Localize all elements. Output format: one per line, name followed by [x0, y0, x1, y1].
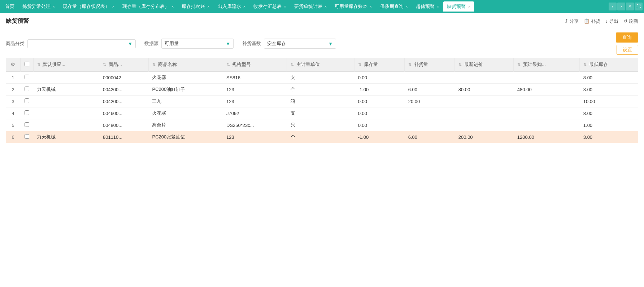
sort-code-icon: ⇅: [103, 62, 106, 67]
th-latest-price[interactable]: ⇅ 最新进价: [455, 58, 514, 72]
tab-close-超储[interactable]: ×: [437, 4, 439, 9]
tab-close-现存量状况[interactable]: ×: [112, 4, 114, 9]
th-stock[interactable]: ⇅ 库存量: [354, 58, 405, 72]
row-unit: 个: [287, 131, 354, 143]
tab-close-库存批次[interactable]: ×: [207, 4, 209, 9]
sort-replenish-icon: ⇅: [408, 62, 412, 67]
tab-现存量库存状况表[interactable]: 现存量（库存状况表） ×: [59, 1, 118, 12]
row-stock: -1.00: [354, 84, 405, 96]
row-replenish: [405, 119, 455, 131]
row-checkbox-cell[interactable]: [20, 107, 33, 119]
tab-close-可用量[interactable]: ×: [370, 4, 372, 9]
row-spec: 123: [223, 84, 287, 96]
basis-arrow-icon: ▼: [328, 41, 333, 47]
tab-库存批次账[interactable]: 库存批次账 ×: [178, 1, 213, 12]
row-checkbox[interactable]: [25, 122, 29, 127]
export-button[interactable]: ↓ 导出: [605, 18, 619, 25]
datasource-filter: 数据源 可用量 ▼: [144, 39, 234, 49]
th-product-code[interactable]: ⇅ 商品...: [99, 58, 149, 72]
page-header: 缺货预警 ⤴ 分享 📋 补货 ↓ 导出 ↺ 刷新: [0, 13, 644, 28]
th-replenish[interactable]: ⇅ 补货量: [405, 58, 455, 72]
settings-button[interactable]: 设置: [617, 45, 638, 55]
tab-现存量库存分布表[interactable]: 现存量（库存分布表） ×: [119, 1, 177, 12]
datasource-value: 可用量: [165, 40, 179, 47]
row-num: 2: [6, 84, 20, 96]
tab-next-btn[interactable]: ›: [617, 3, 625, 10]
row-checkbox[interactable]: [25, 134, 29, 139]
tab-要货单统计表[interactable]: 要货单统计表 ×: [291, 1, 330, 12]
tab-close-出入库[interactable]: ×: [243, 4, 245, 9]
tab-prev-btn[interactable]: ‹: [609, 3, 617, 10]
page-title: 缺货预警: [6, 17, 29, 25]
row-checkbox-cell[interactable]: [20, 96, 33, 107]
tab-超储预警[interactable]: 超储预警 ×: [412, 1, 443, 12]
row-checkbox[interactable]: [25, 110, 29, 115]
tab-close-要货单[interactable]: ×: [325, 4, 327, 9]
tab-出入库流水[interactable]: 出入库流水 ×: [214, 1, 249, 12]
category-arrow-icon: ▼: [128, 41, 132, 47]
tab-close-现存量分布[interactable]: ×: [171, 4, 174, 9]
tab-收发存汇总表[interactable]: 收发存汇总表 ×: [250, 1, 290, 12]
row-unit: 个: [287, 84, 354, 96]
replenish-button[interactable]: 📋 补货: [584, 18, 600, 25]
tab-首页[interactable]: 首页: [1, 1, 18, 12]
sort-name-icon: ⇅: [152, 62, 156, 67]
basis-filter: 补货基数 安全库存 ▼: [242, 39, 336, 49]
tab-fullscreen-btn[interactable]: ⛶: [635, 3, 643, 10]
th-unit[interactable]: ⇅ 主计量单位: [287, 58, 354, 72]
row-stock: 0.00: [354, 96, 405, 107]
row-spec: 123: [223, 131, 287, 143]
th-settings[interactable]: ⚙: [6, 58, 20, 72]
row-supplier: [33, 107, 99, 119]
row-replenish: [405, 72, 455, 84]
sort-spec-icon: ⇅: [227, 62, 230, 67]
row-checkbox[interactable]: [25, 98, 29, 103]
row-checkbox[interactable]: [25, 75, 29, 79]
row-checkbox-cell[interactable]: [20, 131, 33, 143]
row-min-stock: 8.00: [580, 107, 638, 119]
row-supplier: 力天机械: [33, 131, 99, 143]
row-spec: DS250*23c...: [223, 119, 287, 131]
tab-close-保质期[interactable]: ×: [406, 4, 408, 9]
tab-close-btn[interactable]: ✕: [626, 3, 634, 10]
th-supplier[interactable]: ⇅ 默认供应...: [33, 58, 99, 72]
row-unit: 只: [287, 119, 354, 131]
tab-炼货异常处理[interactable]: 炼货异常处理 ×: [19, 1, 58, 12]
refresh-button[interactable]: ↺ 刷新: [623, 18, 638, 25]
row-stock: 0.00: [354, 72, 405, 84]
tab-close-收发存[interactable]: ×: [284, 4, 286, 9]
row-checkbox[interactable]: [25, 87, 29, 91]
th-min-stock[interactable]: ⇅ 最低库存: [580, 58, 638, 72]
basis-value: 安全库存: [267, 40, 286, 47]
row-checkbox-cell[interactable]: [20, 72, 33, 84]
row-stock: 0.00: [354, 107, 405, 119]
row-spec: 123: [223, 96, 287, 107]
category-select[interactable]: ▼: [27, 39, 136, 48]
tab-可用量库存账本[interactable]: 可用量库存账本 ×: [331, 1, 375, 12]
th-estimated-purchase[interactable]: ⇅ 预计采购...: [514, 58, 580, 72]
row-num: 4: [6, 107, 20, 119]
th-product-name[interactable]: ⇅ 商品名称: [148, 58, 223, 72]
row-product-name: 火花塞: [148, 72, 223, 84]
tab-保质期查询[interactable]: 保质期查询 ×: [377, 1, 412, 12]
select-all-checkbox[interactable]: [25, 62, 29, 66]
datasource-select[interactable]: 可用量 ▼: [161, 39, 234, 49]
row-estimated-purchase: [514, 72, 580, 84]
row-latest-price: [455, 107, 514, 119]
tab-close-炼货[interactable]: ×: [53, 4, 55, 9]
tab-close-缺货[interactable]: ×: [468, 4, 470, 9]
row-checkbox-cell[interactable]: [20, 119, 33, 131]
row-checkbox-cell[interactable]: [20, 84, 33, 96]
basis-select[interactable]: 安全库存 ▼: [264, 39, 336, 49]
share-button[interactable]: ⤴ 分享: [565, 18, 579, 25]
query-button[interactable]: 查询: [616, 32, 638, 43]
row-estimated-purchase: [514, 107, 580, 119]
sort-price-icon: ⇅: [458, 62, 462, 67]
sort-minstock-icon: ⇅: [583, 62, 587, 67]
sort-unit-icon: ⇅: [291, 62, 294, 67]
tab-缺货预警[interactable]: 缺货预警 ×: [443, 1, 474, 12]
column-settings-btn[interactable]: ⚙: [10, 61, 16, 69]
th-checkbox[interactable]: [20, 58, 33, 72]
th-spec[interactable]: ⇅ 规格型号: [223, 58, 287, 72]
row-product-code: 004200...: [99, 84, 149, 96]
